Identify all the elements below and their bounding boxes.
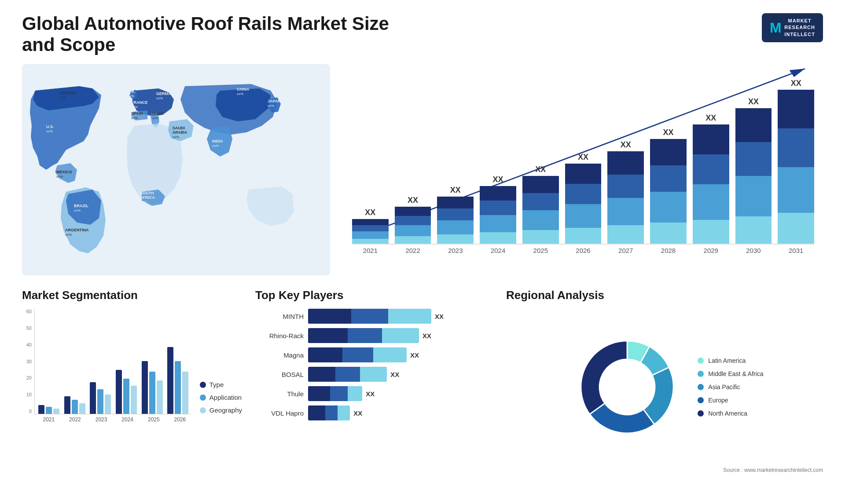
bar-segment xyxy=(522,210,559,230)
seg-bar xyxy=(46,407,52,414)
svg-text:CANADA: CANADA xyxy=(59,91,77,95)
x-axis-labels: 2021202220232024202520262027202820292030… xyxy=(352,247,814,254)
x-axis-label: 2031 xyxy=(778,247,814,254)
player-bar-segment xyxy=(308,309,351,324)
bar-segment xyxy=(693,124,729,154)
bar-segment xyxy=(480,232,516,244)
player-name: Magna xyxy=(255,351,304,359)
bar-segment xyxy=(650,192,687,223)
seg-year-group xyxy=(116,370,137,414)
player-bar-wrap: XX xyxy=(308,328,493,343)
player-bar-container xyxy=(308,405,350,420)
bar-segment xyxy=(650,139,687,165)
seg-x-label: 2021 xyxy=(38,416,60,423)
bar-value: XX xyxy=(791,79,801,88)
bar-group: XX xyxy=(778,79,814,244)
bar-stacked xyxy=(395,207,431,244)
seg-bar xyxy=(79,403,85,414)
seg-bar xyxy=(123,379,129,414)
legend-dot xyxy=(200,407,206,413)
svg-text:CHINA: CHINA xyxy=(237,87,250,91)
bar-value: XX xyxy=(365,208,375,217)
svg-text:xx%: xx% xyxy=(46,129,53,133)
player-row: Rhino-RackXX xyxy=(255,328,493,343)
bar-group: XX xyxy=(693,113,729,244)
player-bar-segment xyxy=(330,386,347,401)
bar-stacked xyxy=(607,151,644,244)
bar-stacked xyxy=(352,219,389,244)
svg-text:ITALY: ITALY xyxy=(152,111,163,116)
regional-legend-item: Europe xyxy=(698,397,763,404)
bar-segment xyxy=(778,128,814,167)
segment-legend: TypeApplicationGeography xyxy=(200,381,242,423)
page-title: Global Automotive Roof Rails Market Size… xyxy=(22,13,418,55)
player-bar-segment xyxy=(348,328,382,343)
player-bar-wrap: XX xyxy=(308,367,493,382)
bar-value: XX xyxy=(705,113,716,123)
seg-year-group xyxy=(64,396,86,414)
legend-item: Type xyxy=(200,381,242,388)
seg-bar xyxy=(72,400,78,414)
players-title: Top Key Players xyxy=(255,289,493,302)
seg-x-label: 2024 xyxy=(117,416,139,423)
svg-text:U.S.: U.S. xyxy=(46,124,54,129)
bar-group: XX xyxy=(395,196,431,244)
legend-dot xyxy=(200,382,206,388)
bar-segment xyxy=(352,239,389,244)
player-bar-segment xyxy=(360,367,387,382)
player-bar-segment xyxy=(308,347,342,362)
player-name: VDL Hapro xyxy=(255,409,304,417)
legend-item: Geography xyxy=(200,406,242,414)
bar-segment xyxy=(650,165,687,192)
svg-text:ARGENTINA: ARGENTINA xyxy=(65,228,89,232)
players-list: MINTHXXRhino-RackXXMagnaXXBOSALXXThuleXX… xyxy=(255,309,493,420)
player-bar-segment xyxy=(348,386,363,401)
bar-segment xyxy=(693,184,729,220)
regional-legend-label: Latin America xyxy=(708,357,746,364)
svg-text:xx%: xx% xyxy=(237,92,243,96)
regional-legend-dot xyxy=(698,384,704,390)
regional-legend-label: Europe xyxy=(708,397,728,404)
player-bar-segment xyxy=(388,309,431,324)
regional-legend-dot xyxy=(698,358,704,364)
x-axis-label: 2027 xyxy=(607,247,644,254)
market-segmentation: Market Segmentation 0 10 20 30 40 50 60 xyxy=(22,289,242,473)
svg-text:xx%: xx% xyxy=(65,233,72,237)
svg-text:U.K.: U.K. xyxy=(128,89,136,94)
seg-bar xyxy=(105,394,111,414)
svg-text:xx%: xx% xyxy=(212,144,219,148)
bar-segment xyxy=(650,223,687,244)
player-bar-segment xyxy=(373,347,407,362)
page-header: Global Automotive Roof Rails Market Size… xyxy=(22,13,823,55)
bottom-row: Market Segmentation 0 10 20 30 40 50 60 xyxy=(22,289,823,473)
bar-value: XX xyxy=(621,140,631,150)
seg-bar xyxy=(182,372,188,414)
bar-stacked xyxy=(480,186,516,244)
svg-text:xx%: xx% xyxy=(140,200,147,204)
bar-segment xyxy=(735,176,772,216)
seg-bar xyxy=(116,370,122,414)
x-axis-label: 2028 xyxy=(650,247,687,254)
bar-segment xyxy=(522,176,559,193)
bar-segment xyxy=(395,207,431,216)
player-row: VDL HaproXX xyxy=(255,405,493,420)
svg-text:xx%: xx% xyxy=(74,208,81,212)
bar-segment xyxy=(437,208,474,220)
bar-segment xyxy=(437,220,474,234)
legend-label: Geography xyxy=(209,406,242,414)
bar-value: XX xyxy=(408,196,418,205)
bar-segment xyxy=(565,204,602,228)
bar-value: XX xyxy=(535,165,546,174)
bar-group: XX xyxy=(735,97,772,244)
player-xx: XX xyxy=(366,390,375,398)
player-bar-container xyxy=(308,328,419,343)
regional-legend-item: Asia Pacific xyxy=(698,383,763,391)
bar-stacked xyxy=(565,164,602,244)
svg-text:xx%: xx% xyxy=(152,116,159,120)
x-axis-label: 2025 xyxy=(522,247,559,254)
svg-text:GERMANY: GERMANY xyxy=(156,91,176,96)
bar-group: XX xyxy=(352,208,389,244)
svg-text:INDIA: INDIA xyxy=(212,139,223,143)
regional-content: Latin AmericaMiddle East & AfricaAsia Pa… xyxy=(506,309,823,465)
bar-segment xyxy=(607,198,644,226)
